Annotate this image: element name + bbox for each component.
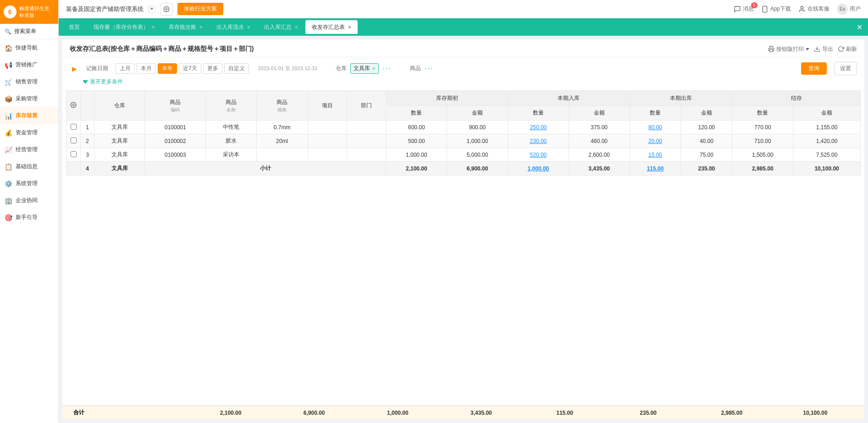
page-title-bar: 收发存汇总表(按仓库＋商品编码＋商品＋规格型号＋项目＋部门) 按钮版打印 导出 … (62, 39, 864, 57)
row-in-amt-1: 375.00 (569, 121, 630, 134)
row-out-qty-2[interactable]: 20.00 (630, 134, 681, 148)
inventory-icon: 📊 (5, 112, 12, 120)
sidebar-item-base[interactable]: 📋 基础信息 (0, 158, 58, 175)
tab-close-inout-flow[interactable]: ✕ (247, 25, 250, 30)
date-btn-this-year[interactable]: 本年 (158, 63, 177, 74)
filter-expand-toggle[interactable]: ▶ (70, 64, 79, 73)
date-range-display: 2023-01-01 至 2023-12-31 (258, 65, 318, 72)
app-download-button[interactable]: App下载 (761, 5, 791, 13)
header-left: 装备及固定资产辅助管理系统 体验行业方案 (66, 3, 223, 16)
user-menu[interactable]: Ea 用户 (837, 4, 861, 15)
col-settings (66, 91, 81, 121)
sidebar-item-inventory[interactable]: 📊 库存核算 (0, 107, 58, 124)
sidebar-item-search[interactable]: 🔍 搜索菜单 (0, 24, 58, 39)
sidebar-item-system[interactable]: ⚙️ 系统管理 (0, 175, 58, 192)
date-btn-more[interactable]: 更多 (203, 63, 222, 74)
filter-row-1: ▶ 记账日期 上月 本月 本年 近7天 更多 自定义 2023-01-01 至 … (70, 62, 857, 75)
row-in-qty-3[interactable]: 520.00 (508, 148, 569, 162)
row-project-1 (308, 121, 347, 134)
tab-batch[interactable]: 库存批次账 ✕ (162, 20, 209, 34)
col-in-amt-header: 金额 (569, 106, 630, 121)
sidebar-item-quick-nav[interactable]: 🏠 快捷导航 (0, 39, 58, 56)
row-warehouse-2: 文具库 (94, 134, 145, 148)
print-button[interactable]: 按钮版打印 (768, 45, 809, 53)
date-btn-custom[interactable]: 自定义 (224, 63, 249, 74)
tab-bar: 首页 现存量（库存分布表） ✕ 库存批次账 ✕ 出入库流水 ✕ 出入库汇总 ✕ … (59, 18, 868, 36)
row-checkbox-3[interactable] (66, 148, 81, 162)
sidebar-item-marketing[interactable]: 📢 营销推广 (0, 56, 58, 73)
row-out-qty-1[interactable]: 80.00 (630, 121, 681, 134)
tab-close-inout-summary[interactable]: ✕ (294, 25, 298, 30)
row-in-qty-2[interactable]: 230.00 (508, 134, 569, 148)
row-in-amt-2: 460.00 (569, 134, 630, 148)
row-out-qty-3[interactable]: 15.00 (630, 148, 681, 162)
tab-recv-send[interactable]: 收发存汇总表 ✕ (305, 20, 358, 34)
row-num-3: 3 (81, 148, 94, 162)
total-label: 合计 (70, 409, 189, 417)
online-service-button[interactable]: 在线客服 (798, 5, 829, 13)
subtotal-label: 小计 (145, 162, 386, 176)
row-goods-spec-2: 20ml (256, 134, 308, 148)
sidebar-item-newbie[interactable]: 🎯 新手引导 (0, 209, 58, 226)
sidebar-item-purchase[interactable]: 📦 采购管理 (0, 90, 58, 107)
total-open-amt: 6,900.00 (272, 410, 356, 416)
tab-inout-summary[interactable]: 出入库汇总 ✕ (258, 20, 304, 34)
date-btn-this-month[interactable]: 本月 (137, 63, 156, 74)
total-open-qty: 2,100.00 (189, 410, 272, 416)
subtotal-out-qty[interactable]: 115.00 (630, 162, 681, 176)
goods-filter-label: 商品 (410, 65, 421, 72)
expand-more-conditions[interactable]: 展开更多条件 (83, 78, 857, 86)
filter-settings-button[interactable]: 设置 (834, 62, 857, 75)
row-checkbox-1[interactable] (66, 121, 81, 134)
date-btn-last-month[interactable]: 上月 (116, 63, 135, 74)
date-btn-7days[interactable]: 近7天 (179, 63, 201, 74)
query-button[interactable]: 查询 (801, 62, 827, 75)
tab-home[interactable]: 首页 (62, 20, 86, 34)
table-row: 3 文具库 0100003 采访本 1,000.00 5,000.00 520.… (66, 148, 861, 162)
row-close-amt-1: 1,155.00 (793, 121, 861, 134)
tab-close-batch[interactable]: ✕ (199, 25, 203, 30)
row-open-amt-3: 5,000.00 (447, 148, 508, 162)
subtotal-in-amt: 3,435.00 (569, 162, 630, 176)
row-goods-code-1: 0100001 (145, 121, 206, 134)
inner-page: 收发存汇总表(按仓库＋商品编码＋商品＋规格型号＋项目＋部门) 按钮版打印 导出 … (62, 39, 864, 419)
export-button[interactable]: 导出 (814, 45, 833, 53)
subtotal-in-qty[interactable]: 1,000.00 (508, 162, 569, 176)
row-dept-2 (347, 134, 386, 148)
tab-bar-close-all[interactable]: ✕ (855, 23, 864, 32)
settings-gear-button[interactable] (160, 3, 173, 16)
row-close-amt-3: 7,525.00 (793, 148, 861, 162)
tab-close-recv-send[interactable]: ✕ (348, 25, 351, 30)
row-in-qty-1[interactable]: 250.00 (508, 121, 569, 134)
sidebar-item-sales[interactable]: 🛒 销售管理 (0, 73, 58, 90)
row-in-amt-3: 2,600.00 (569, 148, 630, 162)
goods-more-btn[interactable]: ··· (425, 65, 433, 73)
tab-stock-dist[interactable]: 现存量（库存分布表） ✕ (87, 20, 161, 34)
search-icon: 🔍 (5, 28, 11, 35)
row-num-2: 2 (81, 134, 94, 148)
col-goods-name-header: 商品名称 (206, 91, 256, 121)
sidebar-item-finance[interactable]: 💰 资金管理 (0, 124, 58, 141)
col-dept-header: 部门 (347, 91, 386, 121)
row-close-qty-1: 770.00 (732, 121, 793, 134)
col-num-header (81, 91, 94, 121)
tab-inout-flow[interactable]: 出入库流水 ✕ (210, 20, 257, 34)
enterprise-icon: 🏢 (5, 197, 12, 204)
row-dept-3 (347, 148, 386, 162)
sidebar-item-business[interactable]: 📈 经营管理 (0, 141, 58, 158)
tab-close-stock-dist[interactable]: ✕ (151, 25, 155, 30)
row-checkbox-2[interactable] (66, 134, 81, 148)
row-open-amt-2: 1,000.00 (447, 134, 508, 148)
warehouse-tag-remove[interactable]: ✕ (372, 66, 376, 71)
filter-bar: ▶ 记账日期 上月 本月 本年 近7天 更多 自定义 2023-01-01 至 … (62, 57, 864, 91)
message-button[interactable]: 消息 6 (734, 5, 754, 13)
date-filter-label: 记账日期 (86, 65, 108, 72)
sidebar-item-enterprise[interactable]: 🏢 企业协同 (0, 192, 58, 209)
base-icon: 📋 (5, 163, 12, 170)
total-in-amt: 3,435.00 (439, 410, 523, 416)
system-select-arrow[interactable] (148, 5, 155, 13)
experience-button[interactable]: 体验行业方案 (177, 3, 223, 15)
refresh-button[interactable]: 刷新 (838, 45, 857, 53)
row-warehouse-1: 文具库 (94, 121, 145, 134)
warehouse-more-btn[interactable]: ··· (382, 65, 391, 73)
